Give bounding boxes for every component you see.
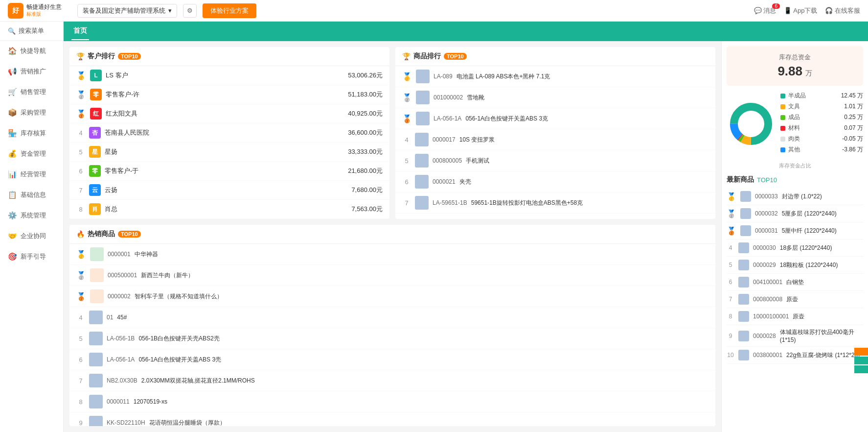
- product-name: 59651-1B旋转投影灯电池盒ABS黑色+58克: [471, 199, 708, 207]
- latest-code: 0000033: [755, 193, 778, 200]
- notification-badge: 6: [772, 3, 780, 9]
- sidebar-item-quicknav[interactable]: 🏠 快捷导航: [0, 41, 63, 61]
- tab-home[interactable]: 首页: [71, 23, 89, 40]
- latest-name: 22g鱼豆腐-烧烤味 (1*12*20): [786, 351, 863, 360]
- sidebar-item-system[interactable]: ⚙️ 系统管理: [0, 205, 63, 226]
- system-selector[interactable]: 装备及固定资产辅助管理系统 ▾: [77, 4, 177, 18]
- latest-product-image: [738, 260, 749, 270]
- inventory-unit: 万: [805, 69, 812, 77]
- product-rank-row: 🥈 001000002 雪地靴: [395, 87, 715, 108]
- customer-service-button[interactable]: 客服热线: [854, 348, 868, 356]
- latest-product-image: [738, 311, 749, 322]
- legend-name: 文具: [788, 102, 841, 111]
- customer-amount: 36,600.00元: [348, 128, 383, 137]
- inventory-total-card: 库存总资金 9.88 万: [727, 46, 863, 86]
- product-ranking-title: 🏆 商品排行 TOP10: [395, 47, 715, 66]
- sidebar-item-purchase[interactable]: 📦 采购管理: [0, 102, 63, 123]
- latest-name: 体城嘉枝味苏打饮品400毫升 (1*15): [780, 328, 863, 343]
- search-menu[interactable]: 🔍 搜索菜单: [0, 22, 63, 41]
- sales-icon: 🛒: [8, 88, 17, 96]
- legend-dot: [780, 126, 785, 131]
- legend-item: 材料 0.07 万: [780, 124, 863, 132]
- customer-name: 零售客户-于: [105, 167, 344, 175]
- legend-item: 其他 -3.86 万: [780, 145, 863, 154]
- ranking-panels: 🏆 客户排行 TOP10 🥇 L LS 客户 53,006.26元 �: [69, 47, 715, 219]
- product-image: [90, 289, 104, 303]
- sidebar-item-sales[interactable]: 🛒 销售管理: [0, 82, 63, 102]
- sidebar-item-operation[interactable]: 📊 经营管理: [0, 164, 63, 185]
- product-rank-row: 7 LA-59651-1B 59651-1B旋转投影灯电池盒ABS黑色+58克: [395, 192, 715, 214]
- sidebar-label-inventory: 库存核算: [21, 129, 46, 138]
- product-image: [89, 416, 103, 426]
- search-icon: 🔍: [8, 27, 16, 35]
- product-code: 0000017: [433, 136, 456, 143]
- community-button[interactable]: 服务社区: [854, 357, 868, 364]
- sidebar-item-basic-info[interactable]: 📋 基础信息: [0, 185, 63, 205]
- customer-name: LS 客户: [106, 71, 344, 80]
- sidebar-label-newbie: 新手引导: [21, 252, 46, 261]
- product-name: 12070519-xs: [134, 398, 708, 405]
- legend-value: 0.07 万: [844, 124, 863, 132]
- live-button[interactable]: 直播: [854, 365, 868, 373]
- hot-product-row: 7 NB2.0X30B 2.0X30MM双搓花轴,搓花直径2.1MM/ROHS: [69, 370, 715, 391]
- customer-top10-badge: TOP10: [118, 53, 141, 60]
- legend-name: 材料: [788, 124, 841, 132]
- newbie-icon: 🎯: [8, 252, 17, 261]
- legend-dot: [780, 94, 785, 98]
- latest-product-image: [738, 242, 749, 253]
- rank-number: 10: [727, 352, 734, 359]
- customer-rank-row: 6 零 零售客户-于 21,680.00元: [69, 162, 389, 181]
- app-download-button[interactable]: 📱 App下载: [784, 6, 817, 15]
- gold-medal-icon: 🥇: [76, 71, 86, 80]
- sidebar-item-collab[interactable]: 🤝 企业协同: [0, 226, 63, 246]
- sidebar-item-finance[interactable]: 💰 资金管理: [0, 144, 63, 164]
- bronze-medal-icon: 🥉: [727, 226, 736, 236]
- product-image: [89, 353, 103, 366]
- online-service-label: 在线客服: [835, 7, 860, 14]
- product-code: 001000002: [434, 94, 463, 101]
- inventory-icon: 🏪: [8, 129, 17, 138]
- online-service-button[interactable]: 🎧 在线客服: [825, 6, 860, 15]
- hot-products-title: 🔥 热销商品 TOP10: [69, 225, 715, 244]
- customer-amount: 40,925.00元: [348, 109, 383, 118]
- sidebar-label-collab: 企业协同: [21, 232, 46, 240]
- customer-name: 星扬: [105, 147, 344, 156]
- main-layout: 🔍 搜索菜单 🏠 快捷导航 📢 营销推广 🛒 销售管理 📦 采购管理 🏪 库存核…: [0, 22, 868, 432]
- trial-button[interactable]: 体验行业方案: [203, 3, 256, 18]
- sidebar-item-inventory[interactable]: 🏪 库存核算: [0, 123, 63, 144]
- legend-value: -3.86 万: [842, 145, 863, 154]
- legend-value: 12.45 万: [841, 92, 863, 100]
- floating-support: 客服热线 服务社区 直播: [854, 348, 868, 373]
- product-name: 手机测试: [466, 157, 708, 165]
- product-code: NB2.0X30B: [107, 377, 137, 384]
- product-code: LA-056-1A: [107, 356, 135, 363]
- sidebar-label-basic: 基础信息: [21, 191, 46, 199]
- latest-product-row: 🥇 0000033 封边带 (1.0*22): [727, 188, 863, 205]
- legend-item: 肉类 -0.05 万: [780, 135, 863, 143]
- legend-dot: [780, 147, 785, 152]
- customer-name: 肖总: [105, 205, 347, 214]
- notification-button[interactable]: 💬 消息 6: [754, 6, 777, 15]
- rank-number: 8: [76, 206, 85, 213]
- sidebar-item-marketing[interactable]: 📢 营销推广: [0, 61, 63, 82]
- hot-product-row: 9 KK-SD22110H 花语萌恒温分腿睡袋（厚款）: [69, 412, 715, 426]
- latest-code: 0000029: [753, 262, 776, 268]
- latest-code: 0000030: [753, 244, 776, 251]
- inventory-label: 库存总资金: [733, 53, 856, 62]
- topbar: 好 畅捷通好生意 标准版 装备及固定资产辅助管理系统 ▾ ⚙ 体验行业方案 💬 …: [0, 0, 868, 22]
- customer-amount: 21,680.00元: [348, 167, 383, 175]
- product-code: LA-056-1A: [434, 115, 461, 122]
- product-code: 000500001: [108, 272, 137, 279]
- silver-medal-icon: 🥈: [402, 93, 412, 102]
- avatar: 零: [90, 89, 102, 100]
- settings-button[interactable]: ⚙: [183, 4, 197, 18]
- product-name: 雪地靴: [467, 94, 708, 102]
- latest-name: 原壶: [793, 312, 863, 321]
- sidebar-item-newbie[interactable]: 🎯 新手引导: [0, 246, 63, 267]
- product-image: [416, 91, 430, 104]
- latest-code: 003800001: [753, 352, 782, 359]
- product-code: 01: [107, 314, 113, 321]
- rank-number: 5: [76, 335, 85, 342]
- legend-name: 其他: [788, 145, 839, 154]
- marketing-icon: 📢: [8, 67, 17, 76]
